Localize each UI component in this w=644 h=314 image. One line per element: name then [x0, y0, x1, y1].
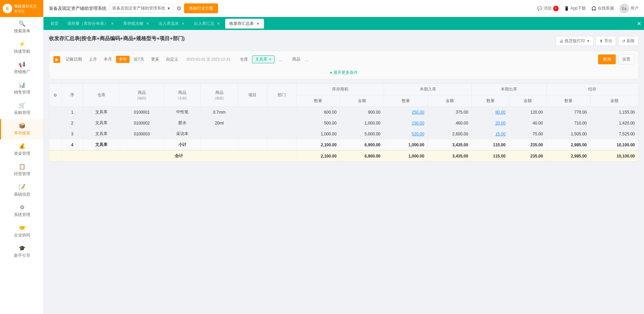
- row-out-qty[interactable]: 20.00: [472, 118, 509, 129]
- sidebar-item-label: 系统管理: [14, 212, 30, 218]
- row-close-qty: 710.00: [546, 118, 590, 129]
- tab-label-batch_ledger: 库存批次账: [123, 21, 144, 27]
- row-close-amt: 7,525.00: [590, 129, 638, 139]
- row-goods-name: 中性笔: [164, 107, 201, 118]
- online-service-item[interactable]: 🎧 在线客服: [591, 5, 614, 11]
- th-in-amt: 金额: [428, 95, 472, 107]
- tab-stock_flow[interactable]: 出入库流水✕: [154, 19, 189, 29]
- warehouse-more-dots[interactable]: ...: [279, 57, 283, 62]
- tab-recv_send_summary[interactable]: 收发存汇总表✕: [225, 19, 264, 29]
- sidebar-item-quick_nav[interactable]: ⚡快捷导航: [0, 37, 43, 58]
- row-goods-name: 小计: [164, 139, 201, 151]
- row-close-qty: 770.00: [546, 107, 590, 118]
- sidebar-item-basic_info[interactable]: 📝基础信息: [0, 180, 43, 201]
- chevron-down-icon: ▾: [330, 70, 332, 75]
- row-open-amt: 1,000.00: [340, 118, 384, 129]
- tab-stock_summary[interactable]: 出入库汇总✕: [190, 19, 225, 29]
- row-dept: [267, 129, 296, 139]
- warehouse-tag-close-icon[interactable]: ✕: [269, 57, 271, 61]
- top-action-group: 🖨 拣货版打印 ▼ ⬆ 导出 ↺ 刷新: [556, 36, 639, 46]
- sidebar-item-label: 销售管理: [14, 89, 30, 95]
- refresh-button[interactable]: ↺ 刷新: [618, 36, 639, 46]
- th-goods-code: 商品(编码): [120, 84, 164, 107]
- goods-more-dots[interactable]: ...: [304, 57, 309, 62]
- tab-home[interactable]: 首页: [46, 19, 63, 29]
- print-icon: 🖨: [559, 39, 563, 44]
- settings-button[interactable]: 设置: [618, 54, 634, 64]
- sidebar-item-marketing[interactable]: 📢营销推广: [0, 58, 43, 78]
- row-goods-code: 0100002: [120, 118, 164, 129]
- export-button[interactable]: ⬆ 导出: [596, 36, 616, 46]
- sidebar-item-finance[interactable]: 💰资金管理: [0, 139, 43, 160]
- date-btn-更多[interactable]: 更多: [148, 56, 162, 63]
- row-warehouse: 文具库: [83, 129, 120, 139]
- footer-in-amt: 3,435.00: [428, 150, 472, 162]
- row-goods-spec: 20ml: [201, 118, 238, 129]
- tab-close-inventory_dist[interactable]: ✕: [110, 21, 114, 26]
- sidebar-item-label: 快捷导航: [14, 49, 30, 54]
- date-btn-本年[interactable]: 本年: [116, 56, 130, 63]
- date-btn-上月[interactable]: 上月: [86, 56, 100, 63]
- row-out-qty[interactable]: 15.00: [472, 129, 509, 139]
- sidebar-item-label: 采购管理: [14, 110, 30, 116]
- row-project: [238, 118, 267, 129]
- content-inner: 收发存汇总表(按仓库+商品编码+商品+规格型号+项目+部门) 🖨 拣货版打印 ▼…: [44, 30, 644, 167]
- export-icon: ⬆: [599, 39, 603, 44]
- th-goods-name: 商品(名称): [164, 84, 201, 107]
- user-item[interactable]: Ea 用户: [620, 4, 639, 13]
- tab-batch_ledger[interactable]: 库存批次账✕: [119, 19, 154, 29]
- row-in-qty[interactable]: 250.00: [384, 107, 428, 118]
- query-button[interactable]: 查询: [598, 54, 616, 64]
- row-open-qty: 1,000.00: [296, 129, 340, 139]
- sidebar-item-enterprise[interactable]: 🤝企业协同: [0, 221, 43, 242]
- date-btn-自定义[interactable]: 自定义: [163, 56, 181, 63]
- footer-out-qty: 115.00: [472, 150, 509, 162]
- tab-label-stock_flow: 出入库流水: [159, 21, 179, 27]
- table-settings-icon[interactable]: ⚙: [49, 84, 62, 107]
- app-download-item[interactable]: 📱 App下载: [564, 5, 586, 11]
- filter-bar: ▶ 记账日期 上月本月本年近7天更多自定义 2023-01-01 至 2023-…: [49, 51, 639, 79]
- headset-icon: 🎧: [591, 6, 596, 11]
- tab-close-recv_send_summary[interactable]: ✕: [256, 21, 260, 26]
- sidebar-item-label: 库存核算: [14, 130, 30, 136]
- sidebar-item-search[interactable]: 🔍搜索菜单: [0, 17, 43, 37]
- sidebar-item-operations[interactable]: 📋经营管理: [0, 160, 43, 180]
- row-out-qty[interactable]: 80.00: [472, 107, 509, 118]
- tab-inventory_dist[interactable]: 现存量（库存分布表）✕: [63, 19, 118, 29]
- th-out-qty: 数量: [472, 95, 509, 107]
- row-goods-code: 0100003: [120, 129, 164, 139]
- footer-open-qty: 2,100.00: [296, 150, 340, 162]
- expand-more-button[interactable]: ▾ 展开更多条件: [330, 70, 358, 76]
- date-label: 记账日期: [66, 56, 82, 62]
- sidebar-item-sales[interactable]: 📊销售管理: [0, 78, 43, 99]
- experience-btn[interactable]: 体验行业方案: [184, 3, 218, 13]
- row-out-amt: 120.00: [509, 107, 546, 118]
- th-open-qty: 数量: [296, 95, 340, 107]
- date-btn-近7天[interactable]: 近7天: [131, 56, 147, 63]
- tabs-bar: 首页现存量（库存分布表）✕库存批次账✕出入库流水✕出入库汇总✕收发存汇总表✕✕: [44, 17, 644, 30]
- row-close-qty: 2,985.00: [546, 139, 590, 151]
- filter-toggle[interactable]: ▶: [53, 56, 60, 63]
- chevron-down-icon: ▼: [167, 6, 171, 11]
- tabs-close-all-button[interactable]: ✕: [637, 20, 641, 27]
- tab-close-stock_summary[interactable]: ✕: [216, 21, 220, 26]
- tab-close-stock_flow[interactable]: ✕: [181, 21, 185, 26]
- mobile-icon: 📱: [564, 6, 569, 11]
- date-btn-本月[interactable]: 本月: [101, 56, 115, 63]
- row-no: 3: [62, 129, 83, 139]
- row-in-qty[interactable]: 230.00: [384, 118, 428, 129]
- table-row: 1 文具库 0100001 中性笔 0.7mm 600.00 900.00 25…: [49, 107, 638, 118]
- sidebar-item-purchase[interactable]: 🛒采购管理: [0, 99, 43, 119]
- date-range: 2023-01-01 至 2023-12-31: [186, 57, 231, 62]
- tab-close-batch_ledger[interactable]: ✕: [146, 21, 150, 26]
- system-dropdown[interactable]: 装备及固定资产辅助管理系统 ▼: [109, 4, 174, 13]
- print-button[interactable]: 🖨 拣货版打印 ▼: [556, 36, 594, 46]
- sidebar-item-inventory[interactable]: 📦库存核算: [0, 119, 43, 139]
- settings-icon[interactable]: ⚙: [177, 5, 181, 12]
- row-in-qty[interactable]: 520.00: [384, 129, 428, 139]
- th-goods-spec: 商品(规格): [201, 84, 238, 107]
- sidebar-item-guide[interactable]: 🎓新手引导: [0, 242, 43, 262]
- row-dept: [267, 118, 296, 129]
- sidebar-item-system[interactable]: ⚙系统管理: [0, 201, 43, 221]
- notifications-item[interactable]: 💬 消息 6: [537, 5, 559, 11]
